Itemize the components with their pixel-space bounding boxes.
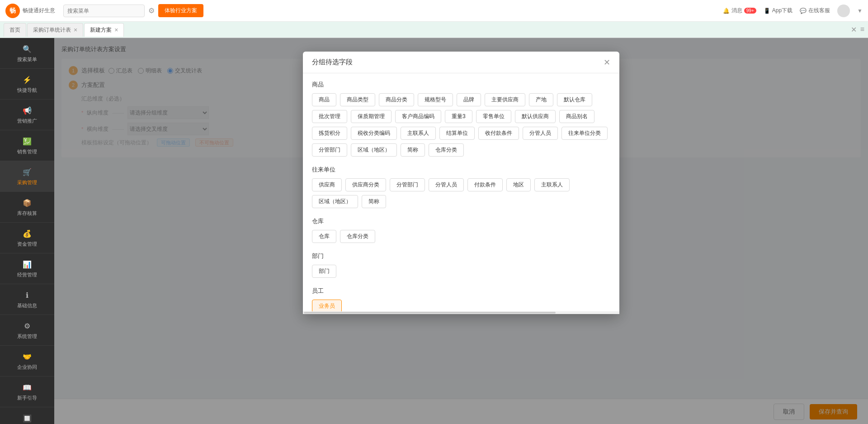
field-tag[interactable]: 分管人员 xyxy=(523,127,558,140)
field-tag[interactable]: 简称 xyxy=(362,195,386,208)
section-title: 仓库 xyxy=(312,217,610,225)
sidebar-item-purchase[interactable]: 🛒 采购管理 xyxy=(0,161,54,192)
top-bar: 畅 畅捷通好生意 ⚙ 体验行业方案 🔔 消息 99+ 📱 App下载 💬 在线客… xyxy=(0,0,868,22)
settings-icon[interactable]: ⚙ xyxy=(148,6,155,15)
field-tag[interactable]: 拣货积分 xyxy=(312,127,347,140)
modal-overlay: 分组待选字段 ✕ 商品商品商品类型商品分类规格型号品牌主要供应商产地默认仓库批次… xyxy=(54,38,868,424)
sidebar-item-guide[interactable]: 📖 新手引导 xyxy=(0,376,54,407)
field-section-部门: 部门部门 xyxy=(312,252,610,278)
field-tag[interactable]: 仓库分类 xyxy=(429,143,464,157)
field-tag[interactable]: 往来单位分类 xyxy=(561,127,608,140)
field-tag[interactable]: 区域（地区） xyxy=(351,143,397,157)
tab-new-plan[interactable]: 新建方案 × xyxy=(84,23,124,37)
logo-text: 畅捷通好生意 xyxy=(23,7,55,14)
tab-add-icon[interactable]: ✕ xyxy=(851,25,857,34)
field-tag[interactable]: 重量3 xyxy=(445,110,472,123)
field-tag[interactable]: 仓库 xyxy=(312,230,336,243)
tab-home[interactable]: 首页 xyxy=(4,23,26,37)
section-title: 往来单位 xyxy=(312,166,610,174)
message-badge: 99+ xyxy=(744,8,756,14)
section-title: 商品 xyxy=(312,81,610,89)
field-tag[interactable]: 商品分类 xyxy=(379,93,414,106)
sidebar: 🔍 搜索菜单 ⚡ 快捷导航 📢 营销推广 💹 销售管理 🛒 采购管理 📦 库存核… xyxy=(0,38,54,424)
field-tag[interactable]: 区域（地区） xyxy=(312,195,358,208)
modal-scrollbar-horizontal xyxy=(303,311,619,314)
sidebar-item-quicknav[interactable]: ⚡ 快捷导航 xyxy=(0,69,54,100)
field-tag[interactable]: 默认仓库 xyxy=(557,93,592,106)
apps-icon: 🔲 xyxy=(22,413,33,424)
tab-more-icon[interactable]: ≡ xyxy=(860,25,864,34)
field-tag[interactable]: 批次管理 xyxy=(312,110,347,123)
content-area: 采购订单统计表方案设置 1 选择模板 汇总表 明细表 xyxy=(54,38,868,424)
field-tag[interactable]: 仓库分类 xyxy=(340,230,375,243)
field-tags: 供应商供应商分类分管部门分管人员付款条件地区主联系人区域（地区）简称 xyxy=(312,178,610,208)
scrollbar-thumb-h[interactable] xyxy=(304,312,556,314)
message-item[interactable]: 🔔 消息 99+ xyxy=(723,7,756,14)
field-tag[interactable]: 商品 xyxy=(312,93,336,106)
field-tag[interactable]: 分管部门 xyxy=(312,143,347,157)
field-tag[interactable]: 付款条件 xyxy=(467,178,503,191)
online-service-item[interactable]: 💬 在线客服 xyxy=(800,7,830,14)
search-input[interactable] xyxy=(63,5,145,17)
tab-close-purchase[interactable]: × xyxy=(74,27,77,33)
app-icon: 📱 xyxy=(764,8,770,14)
tab-close-newplan[interactable]: × xyxy=(114,27,118,33)
inventory-icon: 📦 xyxy=(22,197,33,208)
modal-close-btn[interactable]: ✕ xyxy=(604,58,610,67)
field-tag[interactable]: 分管人员 xyxy=(429,178,464,191)
user-avatar[interactable] xyxy=(837,5,850,17)
field-tag[interactable]: 商品类型 xyxy=(340,93,375,106)
field-tag[interactable]: 保质期管理 xyxy=(351,110,392,123)
field-tag[interactable]: 主联系人 xyxy=(401,127,436,140)
sidebar-item-apps[interactable]: 🔲 应用中心 xyxy=(0,407,54,424)
sidebar-item-system[interactable]: ⚙ 系统管理 xyxy=(0,315,54,346)
modal-body: 商品商品商品类型商品分类规格型号品牌主要供应商产地默认仓库批次管理保质期管理客户… xyxy=(303,73,619,311)
finance-icon: 💰 xyxy=(22,228,33,239)
field-tag[interactable]: 结算单位 xyxy=(439,127,475,140)
search-icon: 🔍 xyxy=(22,43,33,54)
field-tag[interactable]: 商品别名 xyxy=(559,110,594,123)
guide-icon: 📖 xyxy=(22,382,33,393)
tab-purchase-stats[interactable]: 采购订单统计表 × xyxy=(27,23,83,37)
field-tag[interactable]: 分管部门 xyxy=(390,178,425,191)
system-icon: ⚙ xyxy=(22,320,33,331)
tabs-bar: 首页 采购订单统计表 × 新建方案 × ✕ ≡ xyxy=(0,22,868,38)
sidebar-item-basic[interactable]: ℹ 基础信息 xyxy=(0,284,54,315)
sidebar-item-enterprise[interactable]: 🤝 企业协同 xyxy=(0,346,54,376)
sales-icon: 💹 xyxy=(22,136,33,147)
field-tag[interactable]: 税收分类编码 xyxy=(351,127,397,140)
sidebar-item-finance[interactable]: 💰 资金管理 xyxy=(0,223,54,253)
field-tag[interactable]: 默认供应商 xyxy=(515,110,556,123)
field-tag[interactable]: 主要供应商 xyxy=(485,93,525,106)
field-tag[interactable]: 地区 xyxy=(506,178,531,191)
field-tag[interactable]: 供应商 xyxy=(312,178,342,191)
field-tag[interactable]: 客户商品编码 xyxy=(395,110,441,123)
field-section-员工: 员工业务员 xyxy=(312,287,610,311)
field-tag[interactable]: 品牌 xyxy=(457,93,481,106)
field-tag[interactable]: 业务员 xyxy=(312,300,342,311)
message-icon: 🔔 xyxy=(723,8,730,14)
sidebar-item-search[interactable]: 🔍 搜索菜单 xyxy=(0,38,54,69)
field-tag[interactable]: 主联系人 xyxy=(534,178,570,191)
field-tags: 仓库仓库分类 xyxy=(312,230,610,243)
logo-icon: 畅 xyxy=(5,4,20,18)
field-tags: 商品商品类型商品分类规格型号品牌主要供应商产地默认仓库批次管理保质期管理客户商品… xyxy=(312,93,610,157)
user-menu-icon[interactable]: ▼ xyxy=(857,8,863,14)
section-title: 员工 xyxy=(312,287,610,295)
field-tag[interactable]: 简称 xyxy=(401,143,425,157)
sidebar-item-sales[interactable]: 💹 销售管理 xyxy=(0,130,54,161)
field-tag[interactable]: 收付款条件 xyxy=(478,127,519,140)
field-tag[interactable]: 部门 xyxy=(312,265,336,278)
field-tags: 业务员 xyxy=(312,300,610,311)
sidebar-item-operations[interactable]: 📊 经营管理 xyxy=(0,253,54,284)
experience-btn[interactable]: 体验行业方案 xyxy=(158,4,203,17)
sidebar-item-marketing[interactable]: 📢 营销推广 xyxy=(0,100,54,130)
marketing-icon: 📢 xyxy=(22,105,33,116)
field-section-仓库: 仓库仓库仓库分类 xyxy=(312,217,610,243)
field-tag[interactable]: 供应商分类 xyxy=(345,178,386,191)
app-download-item[interactable]: 📱 App下载 xyxy=(764,7,793,14)
field-tag[interactable]: 规格型号 xyxy=(418,93,453,106)
sidebar-item-inventory[interactable]: 📦 库存核算 xyxy=(0,192,54,223)
field-tag[interactable]: 零售单位 xyxy=(476,110,511,123)
field-tag[interactable]: 产地 xyxy=(529,93,553,106)
